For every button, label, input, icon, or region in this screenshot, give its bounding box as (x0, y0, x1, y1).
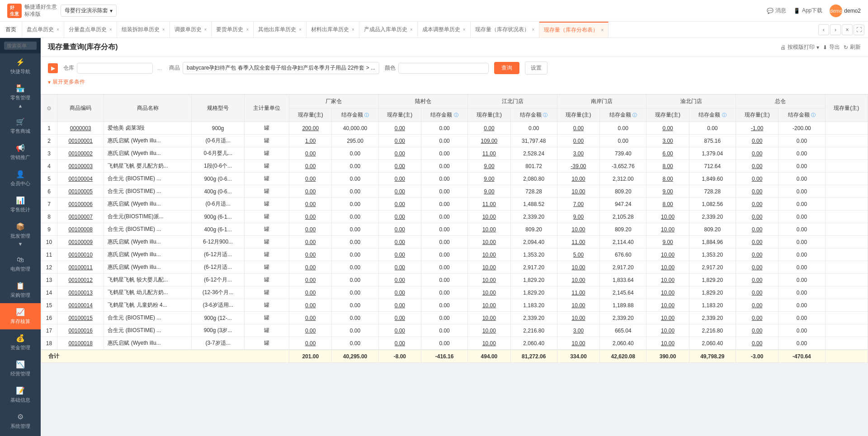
sidebar-item-operations[interactable]: 📉 经营管理 (0, 356, 41, 382)
row-code[interactable]: 00100014 (57, 299, 104, 312)
row-total-qty[interactable]: 0.00 (736, 337, 778, 350)
row-nanan-qty[interactable]: 0.00 (557, 122, 599, 135)
row-jiangbei-qty[interactable]: 0.00 (468, 122, 510, 135)
row-yubei-qty[interactable]: 8.00 (646, 198, 689, 211)
row-total-qty[interactable]: 0.00 (736, 312, 778, 324)
row-luchen-qty[interactable]: 0.00 (378, 299, 421, 312)
row-luchen-qty[interactable]: 0.00 (378, 261, 421, 274)
tab-sub-inventory[interactable]: 分量盘点单历史 × (64, 22, 117, 38)
row-luchen-qty[interactable]: 0.00 (378, 223, 421, 236)
row-yubei-qty[interactable]: 10.00 (646, 299, 689, 312)
sidebar-item-ecommerce[interactable]: 🛍 电商管理 (0, 251, 41, 277)
row-total-qty[interactable]: 0.00 (736, 160, 778, 173)
row-yubei-qty[interactable]: 10.00 (646, 261, 689, 274)
tab-nav-prev[interactable]: ‹ (818, 24, 829, 35)
row-luchen-qty[interactable]: 0.00 (378, 185, 421, 198)
row-code[interactable]: 00100016 (57, 324, 104, 337)
row-yubei-qty[interactable]: 3.00 (646, 135, 689, 147)
row-luchen-qty[interactable]: 0.00 (378, 198, 421, 211)
row-factory-qty[interactable]: 0.00 (289, 223, 332, 236)
tab-purchase-order[interactable]: 要货单历史 × (212, 22, 254, 38)
row-code[interactable]: 00100004 (57, 173, 104, 185)
row-yubei-qty[interactable]: 10.00 (646, 211, 689, 223)
row-jiangbei-qty[interactable]: 10.00 (468, 261, 510, 274)
sidebar-item-finance[interactable]: 💰 资金管理 (0, 329, 41, 356)
sidebar-item-nav[interactable]: ⚡ 快捷导航 (0, 53, 41, 80)
row-nanan-qty[interactable]: 5.00 (557, 248, 599, 261)
query-button[interactable]: 查询 (494, 62, 519, 74)
row-code[interactable]: 00100003 (57, 160, 104, 173)
warehouse-input[interactable] (77, 63, 153, 74)
row-code[interactable]: 00100005 (57, 185, 104, 198)
row-luchen-qty[interactable]: 0.00 (378, 135, 421, 147)
row-luchen-qty[interactable]: 0.00 (378, 173, 421, 185)
row-total-qty[interactable]: 0.00 (736, 274, 778, 286)
row-factory-qty[interactable]: 0.00 (289, 185, 332, 198)
row-code[interactable]: 00100001 (57, 135, 104, 147)
collapse-button[interactable]: ▶ (48, 63, 58, 73)
row-jiangbei-qty[interactable]: 10.00 (468, 211, 510, 223)
row-nanan-qty[interactable]: 10.00 (557, 337, 599, 350)
tab-nav-next[interactable]: › (830, 24, 841, 35)
row-luchen-qty[interactable]: 0.00 (378, 274, 421, 286)
tab-cost-adjust[interactable]: 成本调整单历史 × (418, 22, 471, 38)
tab-other-out[interactable]: 其他出库单历史 × (254, 22, 307, 38)
row-yubei-qty[interactable]: 9.00 (646, 185, 689, 198)
row-factory-qty[interactable]: 0.00 (289, 261, 332, 274)
user-avatar-area[interactable]: demo demo2 (830, 5, 861, 17)
settings-icon[interactable]: ⚙ (47, 105, 52, 112)
total-amt-info-icon[interactable]: ⓘ (811, 113, 816, 117)
row-total-qty[interactable]: -1.00 (736, 122, 778, 135)
row-yubei-qty[interactable]: 6.00 (646, 147, 689, 160)
setting-button[interactable]: 设置 (525, 61, 547, 75)
row-yubei-qty[interactable]: 10.00 (646, 337, 689, 350)
row-nanan-qty[interactable]: 10.00 (557, 223, 599, 236)
jiangbei-amt-info-icon[interactable]: ⓘ (543, 113, 547, 117)
factory-amt-info-icon[interactable]: ⓘ (364, 113, 369, 117)
tab-close-stock-status[interactable]: × (532, 27, 535, 32)
row-jiangbei-qty[interactable]: 10.00 (468, 274, 510, 286)
sidebar-item-purchase[interactable]: 📋 采购管理 (0, 277, 41, 303)
tab-close-other-out[interactable]: × (299, 27, 302, 32)
row-nanan-qty[interactable]: 3.00 (557, 147, 599, 160)
row-factory-qty[interactable]: 0.00 (289, 337, 332, 350)
row-jiangbei-qty[interactable]: 10.00 (468, 236, 510, 248)
tab-close-inventory-list[interactable]: × (57, 27, 59, 32)
tab-combo-teardown[interactable]: 组装拆卸单历史 × (117, 22, 170, 38)
nanan-amt-info-icon[interactable]: ⓘ (632, 113, 637, 117)
row-nanan-qty[interactable]: -39.00 (557, 160, 599, 173)
row-nanan-qty[interactable]: 11.00 (557, 236, 599, 248)
expand-button[interactable]: ▾ 展开更多条件 (48, 78, 85, 86)
row-total-qty[interactable]: 0.00 (736, 173, 778, 185)
tab-close-sub-inventory[interactable]: × (109, 27, 112, 32)
row-total-qty[interactable]: 0.00 (736, 198, 778, 211)
row-factory-qty[interactable]: 0.00 (289, 173, 332, 185)
row-total-qty[interactable]: 0.00 (736, 299, 778, 312)
row-factory-qty[interactable]: 0.00 (289, 299, 332, 312)
row-nanan-qty[interactable]: 7.00 (557, 198, 599, 211)
row-code[interactable]: 00100007 (57, 211, 104, 223)
row-yubei-qty[interactable]: 8.00 (646, 160, 689, 173)
sidebar-item-wholesale[interactable]: 📦 批发管理 ▼ (0, 218, 41, 251)
tab-close-material-out[interactable]: × (352, 27, 354, 32)
row-jiangbei-qty[interactable]: 10.00 (468, 223, 510, 236)
row-luchen-qty[interactable]: 0.00 (378, 211, 421, 223)
row-total-qty[interactable]: 0.00 (736, 286, 778, 299)
color-input[interactable] (398, 63, 489, 74)
row-nanan-qty[interactable]: 10.00 (557, 274, 599, 286)
row-jiangbei-qty[interactable]: 10.00 (468, 324, 510, 337)
row-code[interactable]: 00100009 (57, 236, 104, 248)
tab-production-in[interactable]: 产成品入库单历史 × (359, 22, 418, 38)
search-input[interactable] (4, 42, 37, 50)
row-nanan-qty[interactable]: 10.00 (557, 261, 599, 274)
row-jiangbei-qty[interactable]: 9.00 (468, 185, 510, 198)
row-factory-qty[interactable]: 0.00 (289, 324, 332, 337)
warehouse-dots[interactable]: ... (156, 65, 164, 71)
row-total-qty[interactable]: 0.00 (736, 236, 778, 248)
goods-input[interactable]: babycare孕妇待产包 春季入院全套母子组合孕妇产后冬季月子用品 22件套 … (183, 62, 379, 74)
export-button[interactable]: ⬇ 导出 (823, 43, 840, 51)
row-factory-qty[interactable]: 0.00 (289, 211, 332, 223)
row-luchen-qty[interactable]: 0.00 (378, 337, 421, 350)
print-button[interactable]: 🖨 按模版打印 ▾ (780, 43, 819, 51)
row-nanan-qty[interactable]: 9.00 (557, 211, 599, 223)
